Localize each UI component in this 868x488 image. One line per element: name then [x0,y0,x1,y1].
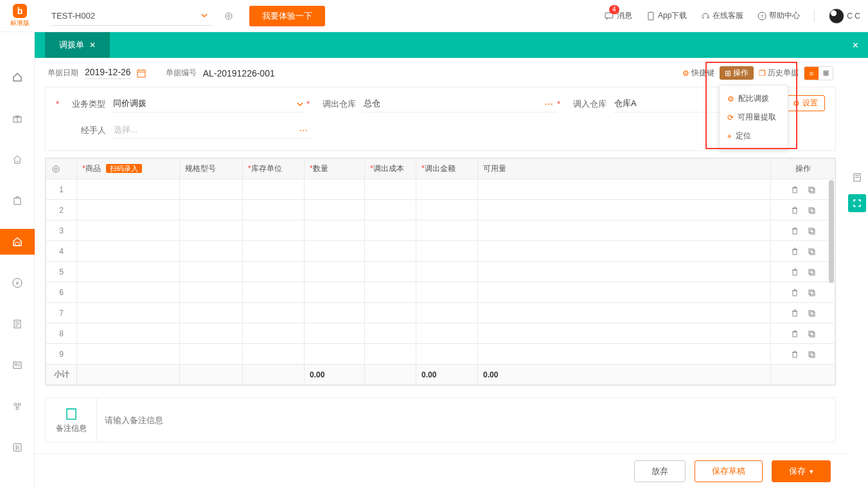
remark-input[interactable] [97,398,835,442]
nav-home-icon[interactable] [0,64,35,90]
save-button[interactable]: 保存▾ [772,460,831,482]
menu-locate[interactable]: ⌖定位 [720,127,788,145]
delete-row-icon[interactable] [790,329,799,338]
copy-row-icon[interactable] [807,226,816,235]
menu-label: 定位 [736,131,751,141]
delete-row-icon[interactable] [790,185,799,194]
svg-rect-26 [809,208,813,212]
copy-row-icon[interactable] [807,206,816,215]
nav-basic-icon[interactable] [0,393,35,419]
table-row[interactable]: 3 [46,221,835,241]
doc-date-value[interactable]: 2019-12-26 [85,67,131,79]
nav-sale-icon[interactable] [0,188,35,213]
operate-button[interactable]: ⊞操作 [720,66,754,80]
table-row[interactable]: 5 [46,262,835,282]
col-amount: *调出金额 [416,159,478,179]
scrollbar[interactable] [829,180,834,283]
svg-rect-34 [809,290,813,294]
row-number: 2 [46,200,77,221]
phone-icon [646,12,655,21]
menu-ratio-transfer[interactable]: ⚙配比调拨 [720,89,788,108]
copy-row-icon[interactable] [807,288,816,297]
nav-gift-icon[interactable] [0,105,35,131]
app-download-label: App下载 [658,10,687,21]
nav-contacts-icon[interactable] [0,352,35,378]
table-row[interactable]: 6 [46,282,835,303]
delete-row-icon[interactable] [790,309,799,318]
help-link[interactable]: ? 帮助中心 [757,10,800,21]
save-draft-button[interactable]: 保存草稿 [695,460,763,482]
calendar-icon[interactable] [136,68,146,78]
operate-label: 操作 [733,68,748,78]
table-row[interactable]: 8 [46,323,835,344]
nav-report-icon[interactable] [0,311,35,337]
org-settings-icon[interactable] [224,11,234,21]
trial-button[interactable]: 我要体验一下 [249,6,325,26]
biz-type-value: 同价调拨 [112,95,306,113]
col-qty: *数量 [305,159,365,179]
user-menu[interactable]: C C [829,8,860,24]
table-row[interactable]: 9 [46,344,835,365]
nav-finance-icon[interactable]: ¥ [0,270,35,296]
delete-row-icon[interactable] [790,226,799,235]
col-settings[interactable] [46,159,77,179]
table-row[interactable]: 1 [46,179,835,200]
close-all-tabs[interactable]: ✕ [842,32,868,58]
nav-warehouse-icon[interactable] [0,229,35,255]
divider [814,10,815,22]
messages-badge: 4 [609,5,619,14]
view-list-icon[interactable]: ≡ [804,67,819,80]
field-handler[interactable]: 经手人 选择... ⋯ [61,122,312,139]
remark-label: 备注信息 [56,423,87,434]
app-download-link[interactable]: App下载 [646,10,687,21]
table-row[interactable]: 7 [46,303,835,323]
tab-transfer-order[interactable]: 调拨单 ✕ [45,32,110,58]
row-number: 1 [46,179,77,200]
delete-row-icon[interactable] [790,350,799,359]
field-out-warehouse[interactable]: *调出仓库 总仓 ⋯ [306,95,557,113]
view-grid-icon[interactable]: ⊞ [819,67,833,80]
chevron-down-icon [200,12,208,19]
delete-row-icon[interactable] [790,267,799,276]
nav-new-icon[interactable]: 新 [0,435,35,460]
support-link[interactable]: 在线客服 [701,10,743,21]
svg-rect-31 [810,250,815,255]
delete-row-icon[interactable] [790,288,799,297]
svg-rect-28 [809,228,813,233]
subtotal-amount: 0.00 [416,365,478,385]
delete-row-icon[interactable] [790,206,799,215]
field-biz-type[interactable]: *业务类型 同价调拨 [56,95,306,113]
svg-rect-36 [809,311,813,315]
shortcut-label: 快捷键 [691,68,714,78]
scan-badge[interactable]: 扫码录入 [106,164,142,173]
right-expand-icon[interactable] [848,194,866,212]
history-link[interactable]: ❐历史单据 [759,68,799,78]
messages-link[interactable]: 4 消息 [604,10,632,21]
col-goods: *商品扫码录入 [77,159,180,179]
help-icon: ? [757,12,766,21]
shortcut-link[interactable]: ⚙快捷键 [682,68,714,78]
close-tab-icon[interactable]: ✕ [89,41,96,50]
svg-rect-39 [810,332,815,337]
svg-rect-37 [810,312,815,316]
right-note-icon[interactable] [848,168,866,186]
discard-button[interactable]: 放弃 [634,460,686,482]
copy-row-icon[interactable] [807,350,816,359]
copy-row-icon[interactable] [807,329,816,338]
doc-no-value: AL-20191226-001 [203,68,275,78]
copy-row-icon[interactable] [807,309,816,318]
row-number: 4 [46,241,77,262]
table-row[interactable]: 4 [46,241,835,262]
org-selector[interactable]: TEST-H002 [51,6,212,26]
nav-purchase-icon[interactable] [0,147,35,172]
pin-icon: ⌖ [727,132,732,141]
menu-available-extract[interactable]: ⟳可用量提取 [720,108,788,127]
copy-row-icon[interactable] [807,185,816,194]
copy-row-icon[interactable] [807,267,816,276]
table-row[interactable]: 2 [46,200,835,221]
svg-rect-24 [809,187,813,192]
delete-row-icon[interactable] [790,247,799,256]
doc-header: 单据日期 2019-12-26 单据编号 AL-20191226-001 ⚙快捷… [35,58,846,87]
svg-rect-33 [810,271,815,275]
copy-row-icon[interactable] [807,247,816,256]
